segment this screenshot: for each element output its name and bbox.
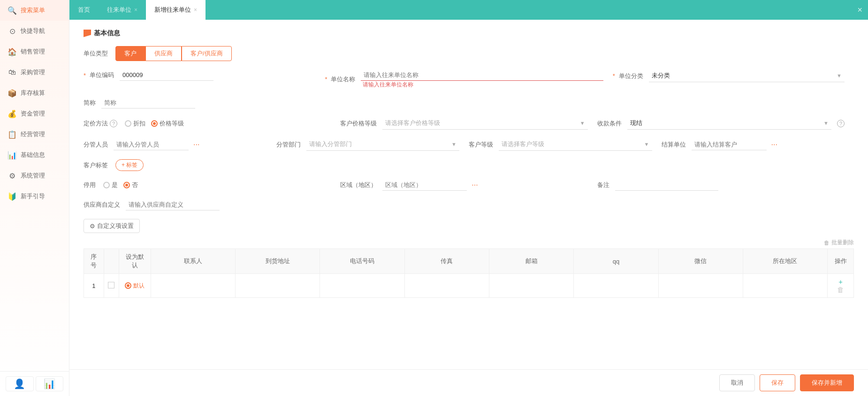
pricing-level[interactable]: 价格等级 [151, 119, 184, 128]
wechat-input[interactable] [662, 282, 739, 289]
field-unit-name: * 单位名称 请输入往来单位名称 [325, 70, 612, 89]
row-add-icon[interactable]: + [838, 278, 843, 286]
row-email[interactable] [489, 274, 573, 298]
disabled-no-radio[interactable] [123, 182, 130, 188]
close-all-tabs[interactable]: × [857, 5, 862, 15]
payment-terms-value: 现结 [630, 119, 823, 127]
batch-delete-btn[interactable]: 🗑 批量删除 [824, 239, 854, 247]
col-wechat: 微信 [658, 249, 743, 274]
sidebar-item-search[interactable]: 🔍 搜索菜单 [0, 0, 69, 21]
payment-terms-select[interactable]: 现结 ▼ [627, 117, 831, 130]
add-tag-btn[interactable]: + 标签 [115, 159, 144, 171]
form-row-pricing: 定价方法 ? 折扣 价格等级 客户价格等级 请选择客户价 [84, 117, 854, 130]
disabled-radio-group: 是 否 [103, 181, 138, 189]
sidebar-item-guide[interactable]: 🔰 新手引导 [0, 186, 69, 207]
tab-partners-close[interactable]: × [134, 7, 137, 13]
settlement-input[interactable] [692, 139, 767, 150]
flag-icon [84, 30, 91, 37]
save-button[interactable]: 保存 [760, 374, 795, 391]
sidebar-item-basic[interactable]: 📊 基础信息 [0, 145, 69, 165]
sidebar-item-inventory[interactable]: 📦 库存核算 [0, 83, 69, 103]
payment-terms-help-icon[interactable]: ? [837, 120, 845, 127]
tab-new-partner-close[interactable]: × [194, 7, 197, 13]
row-default-radio-item[interactable]: 默认 [123, 282, 147, 290]
sidebar-item-purchase[interactable]: 🛍 采购管理 [0, 62, 69, 83]
pricing-discount-radio[interactable] [125, 120, 131, 127]
sidebar-item-finance[interactable]: 💰 资金管理 [0, 103, 69, 124]
unit-name-input[interactable] [361, 70, 603, 81]
field-customer-level: 客户等级 请选择客户等级 ▼ [469, 138, 662, 151]
unit-name-wrap: 请输入往来单位名称 [361, 70, 603, 89]
department-placeholder: 请输入分管部门 [309, 140, 452, 148]
sidebar-item-sales[interactable]: 🏠 销售管理 [0, 41, 69, 62]
address-input[interactable] [239, 282, 316, 289]
pricing-level-radio[interactable] [151, 120, 158, 127]
region-input[interactable] [382, 179, 467, 191]
note-input[interactable] [615, 179, 718, 191]
sidebar-item-quick-nav[interactable]: ⊙ 快捷导航 [0, 21, 69, 41]
field-supplier-custom: 供应商自定义 [84, 199, 854, 210]
field-note: 备注 [597, 179, 854, 191]
disabled-no[interactable]: 否 [123, 181, 138, 189]
phone-input[interactable] [324, 282, 400, 289]
settlement-more-btn[interactable]: ··· [769, 140, 779, 149]
disabled-yes[interactable]: 是 [103, 181, 118, 189]
sidebar-stats-btn[interactable]: 📊 [36, 376, 64, 391]
department-select[interactable]: 请输入分管部门 ▼ [306, 138, 460, 151]
type-btn-supplier[interactable]: 供应商 [145, 46, 182, 61]
row-location[interactable] [743, 274, 827, 298]
sidebar-item-operations[interactable]: 📋 经营管理 [0, 124, 69, 145]
qq-input[interactable] [578, 282, 654, 289]
unit-category-select[interactable]: 未分类 ▼ [649, 70, 845, 82]
row-checkbox[interactable] [108, 282, 114, 288]
unit-category-label: 单位分类 [619, 72, 643, 80]
col-phone: 电话号码 [320, 249, 404, 274]
sidebar-item-system[interactable]: ⚙ 系统管理 [0, 165, 69, 186]
field-region: 区域（地区） ··· [340, 179, 597, 191]
customer-price-select[interactable]: 请选择客户价格等级 ▼ [382, 117, 587, 130]
row-fax[interactable] [404, 274, 489, 298]
row-phone[interactable] [320, 274, 404, 298]
pricing-help-icon[interactable]: ? [110, 120, 117, 127]
finance-icon: 💰 [8, 109, 17, 118]
row-contact[interactable] [151, 274, 235, 298]
custom-settings-btn[interactable]: ⚙ 自定义项设置 [84, 219, 140, 233]
tab-home[interactable]: 首页 [69, 0, 99, 20]
row-address[interactable] [236, 274, 320, 298]
customer-level-chevron: ▼ [644, 141, 649, 147]
short-name-input[interactable] [101, 97, 195, 109]
form-row-disabled: 停用 是 否 区域（地区） ··· 备注 [84, 179, 854, 191]
location-input[interactable] [747, 282, 823, 289]
supplier-custom-input[interactable] [126, 199, 220, 210]
contact-input[interactable] [155, 282, 231, 289]
row-wechat[interactable] [658, 274, 743, 298]
type-btn-both[interactable]: 客户/供应商 [182, 46, 232, 61]
col-fax: 传真 [404, 249, 489, 274]
row-delete-icon[interactable]: 🗑 [837, 286, 844, 294]
fax-input[interactable] [409, 282, 485, 289]
manager-more-btn[interactable]: ··· [191, 140, 201, 149]
sidebar: 🔍 搜索菜单 ⊙ 快捷导航 🏠 销售管理 🛍 采购管理 📦 库存核算 💰 资金管… [0, 0, 69, 396]
tab-new-partner[interactable]: 新增往来单位 × [146, 0, 206, 20]
field-payment-terms: 收款条件 现结 ▼ ? [597, 117, 854, 130]
manager-label: 分管人员 [84, 140, 108, 149]
field-manager: 分管人员 ··· [84, 139, 276, 150]
tab-partners[interactable]: 往来单位 × [99, 0, 146, 20]
customer-level-select[interactable]: 请选择客户等级 ▼ [499, 138, 652, 151]
manager-input[interactable] [114, 139, 189, 150]
row-default-radio[interactable] [125, 282, 131, 289]
purchase-icon: 🛍 [8, 68, 17, 77]
unit-code-input[interactable] [120, 70, 213, 81]
region-more-btn[interactable]: ··· [470, 181, 480, 189]
cancel-button[interactable]: 取消 [719, 374, 755, 391]
field-unit-type: 单位类型 客户 供应商 客户/供应商 [84, 46, 246, 61]
disabled-yes-radio[interactable] [103, 182, 110, 188]
type-btn-customer[interactable]: 客户 [115, 46, 145, 61]
customer-level-label: 客户等级 [469, 140, 493, 149]
save-new-button[interactable]: 保存并新增 [800, 374, 854, 391]
email-input[interactable] [493, 282, 570, 289]
search-icon: 🔍 [8, 6, 17, 15]
sidebar-user-btn[interactable]: 👤 [6, 376, 34, 391]
row-qq[interactable] [574, 274, 658, 298]
pricing-discount[interactable]: 折扣 [125, 119, 145, 128]
